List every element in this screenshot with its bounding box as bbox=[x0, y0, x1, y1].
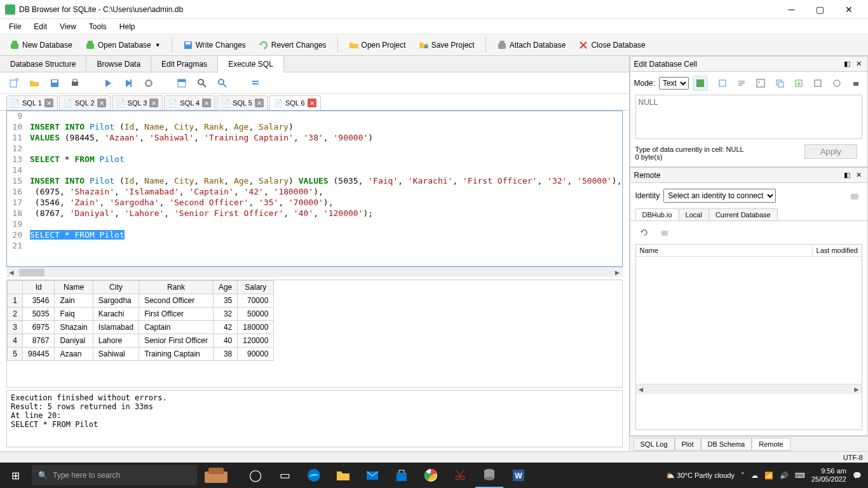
column-header[interactable]: Age bbox=[213, 281, 237, 294]
editor-hscrollbar[interactable]: ◄► bbox=[6, 267, 623, 277]
word-icon[interactable]: W bbox=[505, 463, 532, 488]
remote-tab[interactable]: Local bbox=[679, 208, 709, 220]
panel-close-icon[interactable]: ✕ bbox=[853, 59, 864, 69]
open-sql-button[interactable] bbox=[27, 76, 42, 91]
tab-close-icon[interactable]: ✕ bbox=[149, 98, 158, 107]
mail-icon[interactable] bbox=[358, 463, 386, 488]
table-row[interactable]: 598445AzaanSahiwalTraining Captain389000… bbox=[8, 348, 274, 361]
start-button[interactable]: ⊞ bbox=[0, 463, 31, 488]
text-mode-icon[interactable] bbox=[715, 76, 730, 91]
execution-log[interactable]: Execution finished without errors. Resul… bbox=[6, 390, 623, 447]
main-tab[interactable]: Execute SQL bbox=[218, 56, 284, 72]
new-database-button[interactable]: New Database bbox=[4, 37, 78, 53]
store-icon[interactable] bbox=[388, 463, 416, 488]
weather-widget[interactable]: ⛅ 30°C Partly cloudy bbox=[666, 471, 735, 480]
toggle-comment-button[interactable] bbox=[248, 76, 263, 91]
sql-tab[interactable]: 📄 SQL 6 ✕ bbox=[269, 95, 321, 110]
column-header[interactable]: City bbox=[93, 281, 139, 294]
clone-icon[interactable] bbox=[657, 225, 672, 240]
revert-changes-button[interactable]: Revert Changes bbox=[253, 37, 332, 53]
tab-close-icon[interactable]: ✕ bbox=[255, 98, 264, 107]
cortana-icon[interactable]: ▭ bbox=[271, 463, 299, 488]
copy-icon[interactable] bbox=[772, 76, 787, 91]
table-row[interactable]: 36975ShazainIslamabadCaptain42180000 bbox=[8, 321, 274, 334]
table-row[interactable]: 13546ZainSargodhaSecond Officer3570000 bbox=[8, 294, 274, 308]
column-header[interactable]: Salary bbox=[238, 281, 274, 294]
explorer-icon[interactable] bbox=[329, 463, 357, 488]
write-changes-button[interactable]: Write Changes bbox=[177, 37, 252, 53]
notifications-icon[interactable]: 💬 bbox=[853, 471, 862, 480]
sql-tab[interactable]: 📄 SQL 3 ✕ bbox=[112, 95, 163, 110]
find-replace-button[interactable] bbox=[215, 76, 230, 91]
volume-icon[interactable]: 🔊 bbox=[780, 471, 789, 480]
save-sql-button[interactable] bbox=[47, 76, 62, 91]
sql-editor[interactable]: 910INSERT INTO Pilot (Id, Name, City, Ra… bbox=[6, 111, 623, 267]
results-grid[interactable]: IdNameCityRankAgeSalary13546ZainSargodha… bbox=[6, 280, 623, 388]
news-widget[interactable] bbox=[197, 466, 235, 484]
remote-list[interactable]: Name Last modified ◄► bbox=[635, 244, 862, 430]
bottom-tab[interactable]: Plot bbox=[675, 438, 701, 451]
chrome-icon[interactable] bbox=[417, 463, 445, 488]
export-icon[interactable] bbox=[791, 76, 806, 91]
panel-close-icon[interactable]: ✕ bbox=[853, 170, 864, 180]
column-header[interactable]: Last modified bbox=[813, 245, 862, 256]
save-results-button[interactable] bbox=[174, 76, 189, 91]
bottom-tab[interactable]: DB Schema bbox=[701, 438, 752, 451]
refresh-icon[interactable] bbox=[637, 225, 652, 240]
snipping-icon[interactable] bbox=[446, 463, 474, 488]
identity-select[interactable]: Select an identity to connect bbox=[663, 189, 776, 203]
open-project-button[interactable]: Open Project bbox=[343, 37, 412, 53]
execute-line-button[interactable] bbox=[121, 76, 136, 91]
table-row[interactable]: 25035FaiqKarachiFirst Officer3250000 bbox=[8, 308, 274, 321]
language-icon[interactable]: ⌨ bbox=[795, 471, 805, 480]
close-database-button[interactable]: Close Database bbox=[573, 37, 651, 53]
null-icon[interactable] bbox=[829, 76, 844, 91]
column-header[interactable]: Name bbox=[55, 281, 93, 294]
tab-close-icon[interactable]: ✕ bbox=[97, 98, 106, 107]
remote-tab[interactable]: DBHub.io bbox=[635, 208, 679, 220]
push-icon[interactable] bbox=[847, 188, 862, 203]
bottom-tab[interactable]: Remote bbox=[752, 438, 790, 451]
cell-value-textarea[interactable]: NULL bbox=[635, 95, 862, 139]
undock-icon[interactable]: ◧ bbox=[842, 170, 852, 180]
stop-button[interactable] bbox=[141, 76, 156, 91]
taskbar-search[interactable]: 🔍 Type here to search bbox=[32, 465, 197, 485]
menu-tools[interactable]: Tools bbox=[84, 21, 112, 32]
dbbrowser-icon[interactable] bbox=[475, 463, 503, 488]
menu-edit[interactable]: Edit bbox=[29, 21, 52, 32]
onedrive-icon[interactable]: ☁ bbox=[751, 471, 758, 480]
import-icon[interactable] bbox=[810, 76, 825, 91]
maximize-button[interactable]: ▢ bbox=[806, 1, 834, 18]
sql-tab[interactable]: 📄 SQL 2 ✕ bbox=[59, 95, 111, 110]
find-button[interactable] bbox=[194, 76, 210, 91]
column-header[interactable]: Id bbox=[23, 281, 55, 294]
apply-button[interactable]: Apply bbox=[804, 144, 857, 159]
wifi-icon[interactable]: 📶 bbox=[764, 471, 773, 480]
print-button[interactable] bbox=[67, 76, 83, 91]
new-tab-button[interactable] bbox=[6, 76, 22, 91]
menu-help[interactable]: Help bbox=[114, 21, 140, 32]
remote-tab[interactable]: Current Database bbox=[709, 208, 778, 220]
column-header[interactable]: Rank bbox=[139, 281, 214, 294]
task-view-icon[interactable]: ◯ bbox=[241, 463, 269, 488]
tab-close-icon[interactable]: ✕ bbox=[308, 98, 316, 107]
main-tab[interactable]: Edit Pragmas bbox=[151, 56, 218, 72]
undock-icon[interactable]: ◧ bbox=[842, 59, 852, 69]
open-database-button[interactable]: Open Database▼ bbox=[79, 37, 166, 53]
menu-view[interactable]: View bbox=[55, 21, 81, 32]
rtl-icon[interactable] bbox=[734, 76, 749, 91]
menu-file[interactable]: File bbox=[4, 21, 26, 32]
clock[interactable]: 9:56 am 25/05/2022 bbox=[811, 467, 846, 484]
save-project-button[interactable]: Save Project bbox=[413, 37, 480, 53]
table-row[interactable]: 48767DaniyalLahoreSenior First Officer40… bbox=[8, 334, 274, 348]
main-tab[interactable]: Browse Data bbox=[86, 56, 151, 72]
print-cell-icon[interactable] bbox=[848, 76, 864, 91]
tab-close-icon[interactable]: ✕ bbox=[44, 98, 53, 107]
main-tab[interactable]: Database Structure bbox=[0, 56, 86, 72]
column-header[interactable]: Name bbox=[636, 245, 813, 256]
sql-tab[interactable]: 📄 SQL 1 ✕ bbox=[6, 95, 58, 110]
minimize-button[interactable]: ─ bbox=[777, 1, 806, 18]
format-icon[interactable] bbox=[693, 76, 708, 91]
execute-button[interactable] bbox=[100, 76, 116, 91]
tray-chevron-icon[interactable]: ˄ bbox=[741, 471, 745, 480]
